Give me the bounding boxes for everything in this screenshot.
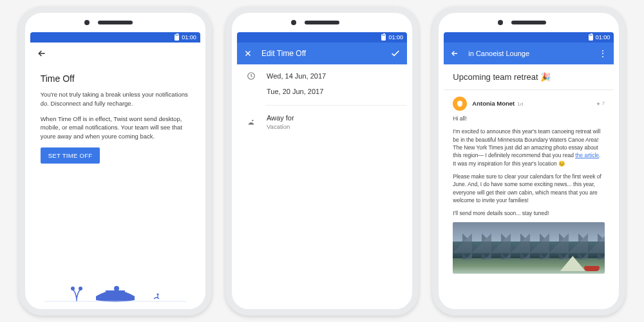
status-time: 01:00 [388, 34, 403, 41]
svg-point-3 [156, 294, 158, 296]
app-bar: Edit Time Off [237, 43, 407, 64]
content-area: Time Off You're not truly taking a break… [30, 64, 200, 304]
post: Antonia Monet1d 7 Hi all! I'm excited to… [444, 90, 614, 280]
channel-name[interactable]: in Canoeist Lounge [468, 50, 529, 57]
away-for-value: Vacation [267, 123, 294, 130]
svg-point-0 [114, 286, 119, 291]
phone-camera [498, 20, 503, 25]
phone-speaker [511, 21, 546, 24]
post-greeting: Hi all! [453, 115, 605, 122]
attached-photo[interactable] [453, 222, 605, 274]
post-paragraph-2: Please make sure to clear your calendars… [453, 173, 605, 204]
status-bar: 01:00 [30, 32, 200, 43]
relax-illustration [30, 259, 200, 304]
content-area: Wed, 14 Jun, 2017 Tue, 20 Jun, 2017 Away… [237, 64, 407, 304]
away-for-row[interactable]: Away for Vacation [237, 107, 407, 137]
thread-title: Upcoming team retreat 🎉 [444, 64, 614, 90]
start-date-value: Wed, 14 Jun, 2017 [267, 72, 326, 80]
svg-point-2 [71, 287, 75, 290]
pin-indicator[interactable]: 7 [596, 100, 605, 108]
app-bar [30, 43, 200, 64]
article-link[interactable]: the article [575, 152, 599, 158]
intro-paragraph-1: You're not truly taking a break unless y… [41, 90, 190, 108]
status-time: 01:00 [182, 34, 196, 41]
set-time-off-button[interactable]: SET TIME OFF [41, 147, 100, 164]
clock-icon [246, 71, 256, 80]
status-bar: 01:00 [444, 32, 614, 43]
end-date-value: Tue, 20 Jun, 2017 [267, 88, 323, 95]
app-bar-title: Edit Time Off [261, 49, 306, 58]
post-header: Antonia Monet1d 7 [453, 97, 605, 111]
svg-point-1 [79, 287, 82, 290]
start-date-row[interactable]: Wed, 14 Jun, 2017 [237, 64, 407, 88]
intro-paragraph-2: When Time Off is in effect, Twist wont s… [41, 115, 190, 141]
phone-frame: 01:00 Edit Time Off Wed, 14 Jun, 2017 Tu… [225, 6, 419, 316]
phone-speaker [98, 21, 133, 24]
page-title: Time Off [41, 73, 190, 84]
phone-speaker [305, 21, 339, 24]
phone-frame: 01:00 in Canoeist Lounge ⋮ Upcoming team… [432, 6, 625, 316]
vacation-icon [246, 118, 256, 127]
battery-icon [175, 34, 179, 41]
post-time: 1d [517, 101, 523, 107]
close-icon[interactable] [243, 49, 252, 58]
back-arrow-icon[interactable] [37, 48, 47, 59]
screen: 01:00 Time Off You're not truly taking a… [30, 32, 200, 304]
overflow-menu-icon[interactable]: ⋮ [598, 49, 607, 58]
phone-frame: 01:00 Time Off You're not truly taking a… [19, 6, 212, 316]
phone-camera [291, 20, 296, 25]
battery-icon [381, 34, 386, 41]
away-for-label: Away for [267, 114, 294, 122]
confirm-check-icon[interactable] [390, 48, 401, 59]
app-bar: in Canoeist Lounge ⋮ [444, 43, 614, 64]
status-bar: 01:00 [237, 32, 407, 43]
end-date-row[interactable]: Tue, 20 Jun, 2017 [237, 88, 407, 102]
battery-icon [589, 34, 593, 41]
screen: 01:00 in Canoeist Lounge ⋮ Upcoming team… [444, 32, 614, 304]
back-arrow-icon[interactable] [450, 49, 459, 58]
author-avatar[interactable] [453, 97, 467, 111]
post-paragraph-3: I'll send more details soon... stay tune… [453, 209, 605, 217]
divider [265, 105, 407, 106]
content-area: Upcoming team retreat 🎉 Antonia Monet1d … [444, 64, 614, 304]
author-name[interactable]: Antonia Monet1d [472, 99, 523, 108]
svg-point-5 [252, 119, 253, 120]
phone-camera [84, 20, 90, 25]
status-time: 01:00 [596, 34, 611, 41]
post-paragraph-1: I'm excited to announce this year's team… [453, 128, 605, 167]
screen: 01:00 Edit Time Off Wed, 14 Jun, 2017 Tu… [237, 32, 407, 304]
